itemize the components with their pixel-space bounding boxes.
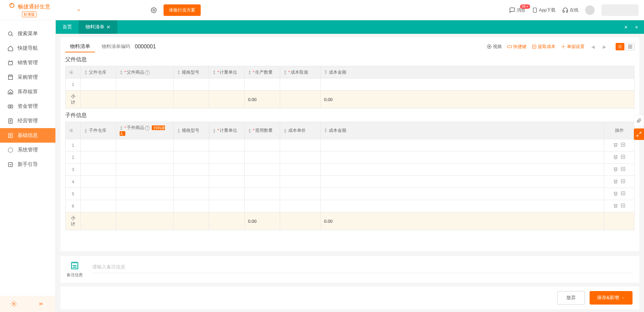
table-row[interactable]: 6 xyxy=(66,200,635,212)
app-download-link[interactable]: App下载 xyxy=(532,7,555,13)
prev-doc-icon[interactable]: ◀ xyxy=(590,44,596,49)
tab-home[interactable]: 首页 xyxy=(56,20,79,34)
view-card-icon[interactable] xyxy=(626,43,635,50)
doc-settings-link[interactable]: 单据设置 xyxy=(561,44,585,50)
parent-col-warehouse[interactable]: 父件仓库 xyxy=(81,66,116,78)
expand-icon[interactable] xyxy=(634,128,644,140)
table-row[interactable]: 3 xyxy=(66,164,635,176)
sidebar-item-bag[interactable]: 采购管理 xyxy=(0,70,55,85)
svg-rect-19 xyxy=(8,163,13,167)
sidebar-item-stock[interactable]: 库存核算 xyxy=(0,85,55,99)
table-row[interactable]: 1 xyxy=(66,78,635,91)
sidebar: 搜索菜单快捷导航销售管理采购管理库存核算资金管理经营管理基础信息系统管理新手引导 xyxy=(0,20,56,312)
try-industry-button[interactable]: 体验行业方案 xyxy=(164,4,201,16)
sidebar-item-system[interactable]: 系统管理 xyxy=(0,143,55,157)
svg-rect-24 xyxy=(507,46,512,48)
add-row-icon[interactable] xyxy=(621,142,625,147)
row-ops xyxy=(604,139,635,151)
close-all-tabs-icon[interactable]: ✕ xyxy=(621,22,630,32)
sidebar-item-doc[interactable]: 经营管理 xyxy=(0,114,55,128)
panel-tab-label: 物料清单 xyxy=(65,41,95,52)
child-col-costamount[interactable]: 成本金额 xyxy=(321,122,604,139)
sidebar-item-money[interactable]: 资金管理 xyxy=(0,99,55,114)
table-row[interactable]: 1 xyxy=(66,139,635,151)
header-gear-icon[interactable] xyxy=(151,7,157,13)
add-row-icon[interactable] xyxy=(621,203,625,208)
org-selector[interactable] xyxy=(73,8,147,13)
sidebar-item-cart[interactable]: 销售管理 xyxy=(0,55,55,70)
video-link[interactable]: 视频 xyxy=(487,44,502,50)
sidebar-settings-icon[interactable] xyxy=(11,301,17,307)
delete-row-icon[interactable] xyxy=(613,167,618,171)
extract-cost-link[interactable]: 提取成本 xyxy=(532,44,555,50)
parent-col-gear[interactable] xyxy=(66,66,81,78)
row-num: 6 xyxy=(66,200,81,212)
sidebar-item-home[interactable]: 快捷导航 xyxy=(0,41,55,55)
child-subtotal-cost: 0.00 xyxy=(321,212,604,230)
delete-row-icon[interactable] xyxy=(613,142,618,147)
save-new-button[interactable]: 保存&新增 xyxy=(590,291,633,305)
discard-button[interactable]: 放弃 xyxy=(557,291,585,305)
child-col-gear[interactable] xyxy=(66,122,81,139)
child-col-costprice[interactable]: 成本单价 xyxy=(280,122,321,139)
user-avatar[interactable] xyxy=(585,5,595,15)
table-row[interactable]: 2 xyxy=(66,151,635,164)
add-row-icon[interactable] xyxy=(621,179,625,184)
add-row-icon[interactable] xyxy=(621,191,625,196)
table-row[interactable]: 4 xyxy=(66,176,635,188)
child-col-spec[interactable]: 规格型号 xyxy=(174,122,209,139)
main: 首页 物料清单 ✕ ✕ ≡ 物料清单 物料清单 xyxy=(56,20,644,312)
child-col-operate: 操作 xyxy=(604,122,635,139)
child-col-product[interactable]: *子件商品?扫码录入 xyxy=(116,122,174,139)
extract-cost-label: 提取成本 xyxy=(538,44,555,50)
shortcut-link[interactable]: 快捷键 xyxy=(507,44,526,50)
tabs-bar: 首页 物料清单 ✕ ✕ ≡ xyxy=(56,20,644,34)
attachment-icon[interactable] xyxy=(634,115,644,126)
tab-bom[interactable]: 物料清单 ✕ xyxy=(79,20,117,34)
logo-edition: 标准版 xyxy=(22,11,36,17)
child-col-warehouse[interactable]: 子件仓库 xyxy=(81,122,116,139)
add-row-icon[interactable] xyxy=(621,167,625,171)
info-icon: ? xyxy=(145,70,150,75)
sidebar-bottom xyxy=(0,296,55,312)
sidebar-item-label: 搜索菜单 xyxy=(18,30,38,37)
parent-col-product[interactable]: *父件商品? xyxy=(116,66,174,78)
delete-row-icon[interactable] xyxy=(613,179,618,184)
svg-rect-31 xyxy=(630,45,632,46)
child-subtotal-label: 小计 xyxy=(66,212,81,230)
view-list-icon[interactable] xyxy=(616,43,624,50)
next-doc-icon[interactable]: ▶ xyxy=(601,44,608,49)
parent-col-spec[interactable]: 规格型号 xyxy=(174,66,209,78)
video-label: 视频 xyxy=(493,44,502,50)
delete-row-icon[interactable] xyxy=(613,154,618,159)
parent-subtotal-qty: 0.00 xyxy=(245,91,280,109)
delete-row-icon[interactable] xyxy=(613,191,618,196)
sidebar-item-label: 库存核算 xyxy=(18,89,38,95)
parent-col-unit[interactable]: *计量单位 xyxy=(209,66,245,78)
child-section-title: 子件信息 xyxy=(65,112,635,119)
child-col-unit[interactable]: *计量单位 xyxy=(209,122,245,139)
sidebar-item-info[interactable]: 基础信息 xyxy=(0,128,55,143)
child-table: 子件仓库 *子件商品?扫码录入 规格型号 *计量单位 *需用数量 成本单价 成本… xyxy=(65,122,635,230)
sidebar-collapse-icon[interactable] xyxy=(39,301,45,307)
sidebar-item-guide[interactable]: 新手引导 xyxy=(0,157,55,172)
svg-point-3 xyxy=(8,32,12,35)
add-row-icon[interactable] xyxy=(621,154,625,159)
remark-label: 备注信息 xyxy=(67,272,83,278)
child-col-needqty[interactable]: *需用数量 xyxy=(245,122,280,139)
parent-col-costamount[interactable]: 成本金额 xyxy=(321,66,635,78)
online-support-link[interactable]: 在线 xyxy=(562,7,578,13)
table-row[interactable]: 5 xyxy=(66,188,635,200)
delete-row-icon[interactable] xyxy=(613,203,618,208)
tabs-menu-icon[interactable]: ≡ xyxy=(632,22,641,32)
sidebar-item-label: 基础信息 xyxy=(18,132,38,139)
remark-input[interactable] xyxy=(91,261,633,273)
tab-close-icon[interactable]: ✕ xyxy=(106,24,110,30)
messages-link[interactable]: 消息 99 + xyxy=(509,7,525,13)
parent-col-costbasis[interactable]: *成本取值 xyxy=(280,66,321,78)
sidebar-item-search[interactable]: 搜索菜单 xyxy=(0,26,55,41)
parent-col-qty[interactable]: *生产数量 xyxy=(245,66,280,78)
row-num: 1 xyxy=(66,78,81,91)
footer-bar: 放弃 保存&新增 xyxy=(60,286,639,309)
user-profile-box[interactable] xyxy=(601,4,639,16)
